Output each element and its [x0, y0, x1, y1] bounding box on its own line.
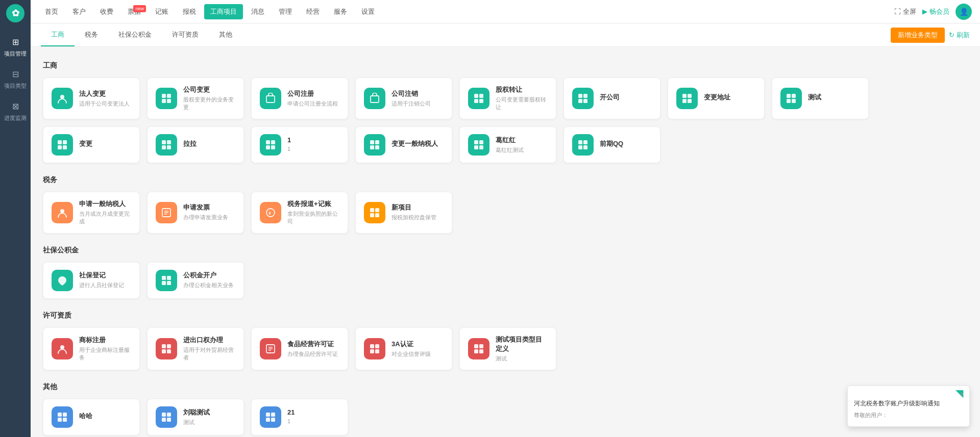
card-text-1: 11	[287, 136, 339, 153]
new-type-button[interactable]: 新增业务类型	[891, 28, 945, 43]
card-name-label: 拉拉	[183, 139, 235, 148]
svg-rect-41	[474, 145, 478, 149]
card-21[interactable]: 211	[251, 399, 348, 435]
refresh-button[interactable]: ↻ 刷新	[949, 31, 970, 40]
member-button[interactable]: ▶ 畅会员	[922, 7, 949, 16]
card-text-前期QQ: 前期QQ	[600, 139, 652, 150]
tab-其他[interactable]: 其他	[209, 24, 242, 46]
tab-社保公积金[interactable]: 社保公积金	[108, 24, 162, 46]
card-公司注销[interactable]: 公司注销适用于注销公司	[355, 78, 452, 119]
svg-rect-81	[58, 418, 62, 422]
card-desc-label: 办理公积金相关业务	[183, 281, 235, 289]
notification-close-button[interactable]: ×	[960, 390, 964, 398]
svg-rect-19	[787, 94, 791, 98]
page-content: 工商 法人变更适用于公司变更法人 公司变更股权变更外的业务变更 公司注册申请公司…	[31, 47, 980, 437]
card-社保登记[interactable]: 社保登记进行人员社保登记	[43, 262, 140, 299]
svg-rect-57	[375, 213, 379, 217]
tab-许可资质[interactable]: 许可资质	[162, 24, 209, 46]
main-area: 首页客户收费票据new记账报税工商项目消息管理经营服务设置 ⛶ 全屏 ▶ 畅会员…	[31, 0, 980, 437]
svg-rect-22	[792, 99, 796, 103]
card-法人变更[interactable]: 法人变更适用于公司变更法人	[43, 78, 140, 119]
card-税务报道+记账[interactable]: ¥ 税务报道+记账拿到营业执照的新公司	[251, 192, 348, 234]
nav-item-经营[interactable]: 经营	[300, 4, 326, 19]
card-测试[interactable]: 测试	[772, 78, 869, 119]
fullscreen-button[interactable]: ⛶ 全屏	[894, 7, 916, 16]
nav-item-首页[interactable]: 首页	[39, 4, 64, 19]
svg-rect-28	[167, 140, 171, 144]
svg-rect-46	[583, 145, 587, 149]
card-股权转让[interactable]: 股权转让公司变更需要股权转让	[459, 78, 556, 119]
card-进出口权办理[interactable]: 进出口权办理适用于对外贸易经营者	[147, 327, 244, 370]
svg-rect-29	[162, 145, 166, 149]
sidebar-item-project-type[interactable]: ⊟ 项目类型	[0, 63, 31, 95]
card-刘聪测试[interactable]: 刘聪测试测试	[147, 399, 244, 435]
nav-item-服务[interactable]: 服务	[328, 4, 353, 19]
card-3A认证[interactable]: 3A认证对企业信誉评级	[355, 327, 452, 370]
card-食品经营许可证[interactable]: 食品经营许可证办理食品经营许可证	[251, 327, 348, 370]
card-公积金开户[interactable]: 公积金开户办理公积金相关业务	[147, 262, 244, 299]
card-desc-label: 适用于注销公司	[391, 100, 444, 108]
card-变更地址[interactable]: 变更地址	[668, 78, 765, 119]
card-icon-法人变更	[52, 88, 73, 109]
card-icon-3A认证	[364, 338, 385, 359]
card-name-label: 公司注册	[287, 89, 339, 98]
card-测试项目类型目定义[interactable]: 测试项目类型目定义测试	[459, 327, 556, 370]
nav-item-管理[interactable]: 管理	[273, 4, 298, 19]
svg-rect-18	[688, 99, 692, 103]
nav-item-工商项目[interactable]: 工商项目	[204, 4, 243, 19]
card-text-拉拉: 拉拉	[183, 139, 235, 150]
nav-badge: new	[133, 5, 146, 13]
nav-item-收费[interactable]: 收费	[94, 4, 119, 19]
card-葛红红[interactable]: 葛红红葛红红测试	[459, 126, 556, 163]
svg-rect-64	[167, 344, 171, 348]
card-name-label: 哈哈	[79, 412, 131, 421]
nav-item-消息[interactable]: 消息	[245, 4, 271, 19]
nav-item-报税[interactable]: 报税	[177, 4, 202, 19]
card-商标注册[interactable]: 商标注册用于企业商标注册服务	[43, 327, 140, 370]
svg-rect-26	[63, 145, 67, 149]
sidebar-item-progress-monitor[interactable]: ⊠ 进度监测	[0, 95, 31, 127]
svg-rect-88	[271, 413, 275, 417]
nav-item-客户[interactable]: 客户	[66, 4, 92, 19]
section-title-其他: 其他	[43, 382, 968, 392]
tab-税务[interactable]: 税务	[75, 24, 108, 46]
card-name-label: 变更	[79, 139, 131, 148]
svg-point-62	[60, 345, 64, 349]
card-前期QQ[interactable]: 前期QQ	[564, 126, 660, 163]
svg-rect-40	[479, 140, 483, 144]
sidebar-item-project-manage[interactable]: ⊞ 项目管理	[0, 31, 31, 63]
svg-rect-77	[474, 349, 478, 353]
card-text-葛红红: 葛红红葛红红测试	[496, 136, 548, 154]
svg-rect-75	[474, 344, 478, 348]
card-申请发票[interactable]: 申请发票办理申请发票业务	[147, 192, 244, 234]
card-name-label: 公司变更	[183, 85, 235, 94]
card-1[interactable]: 11	[251, 126, 348, 163]
nav-item-记账[interactable]: 记账	[149, 4, 175, 19]
svg-rect-30	[167, 145, 171, 149]
svg-rect-12	[583, 94, 587, 98]
card-desc-label: 办理申请发票业务	[183, 214, 235, 221]
nav-item-票据[interactable]: 票据new	[121, 4, 147, 19]
card-开公司[interactable]: 开公司	[564, 78, 660, 119]
card-变更[interactable]: 变更	[43, 126, 140, 163]
user-avatar[interactable]: 👤	[955, 4, 972, 20]
card-变更一般纳税人[interactable]: 变更一般纳税人	[355, 126, 452, 163]
card-公司变更[interactable]: 公司变更股权变更外的业务变更	[147, 78, 244, 119]
nav-items: 首页客户收费票据new记账报税工商项目消息管理经营服务设置	[39, 4, 894, 19]
card-公司注册[interactable]: 公司注册申请公司注册全流程	[251, 78, 348, 119]
card-name-label: 食品经营许可证	[287, 340, 339, 349]
card-icon-申请一般纳税人	[52, 202, 73, 223]
card-申请一般纳税人[interactable]: 申请一般纳税人当月或次月成变更完成	[43, 192, 140, 234]
card-拉拉[interactable]: 拉拉	[147, 126, 244, 163]
card-新项目[interactable]: 新项目报税加税控盘保管	[355, 192, 452, 234]
card-text-变更一般纳税人: 变更一般纳税人	[391, 139, 444, 150]
cards-grid-许可资质: 商标注册用于企业商标注册服务 进出口权办理适用于对外贸易经营者 食品经营许可证办…	[43, 327, 968, 370]
card-name-label: 法人变更	[79, 89, 131, 98]
nav-item-设置[interactable]: 设置	[355, 4, 381, 19]
card-text-测试项目类型目定义: 测试项目类型目定义测试	[496, 335, 548, 363]
card-text-变更: 变更	[79, 139, 131, 150]
tab-工商[interactable]: 工商	[41, 24, 75, 46]
card-icon-公司注销	[364, 88, 385, 109]
card-哈哈[interactable]: 哈哈	[43, 399, 140, 435]
tabs-right: 新增业务类型 ↻ 刷新	[891, 28, 970, 43]
